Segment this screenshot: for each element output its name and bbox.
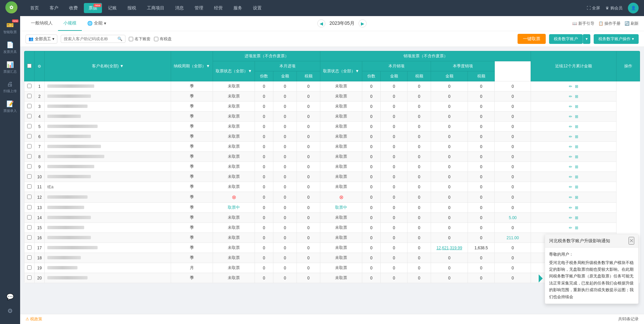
copy-btn-5[interactable]: ⊞ [575,124,578,129]
row-checkbox-9[interactable] [27,164,32,169]
employee-select[interactable]: 👥 全部员工 ▾ [25,35,57,44]
td-checkbox[interactable] [24,253,35,263]
edit-btn-5[interactable]: ✏ [569,124,572,129]
refresh-link[interactable]: 🔄 刷新 [625,21,639,26]
copy-btn-11[interactable]: ⊞ [575,185,578,189]
nav-operations[interactable]: 经营 [209,3,227,13]
td-checkbox[interactable] [24,263,35,273]
row-checkbox-12[interactable] [27,195,32,199]
edit-btn-10[interactable]: ✏ [569,175,572,179]
row-checkbox-19[interactable] [27,265,32,270]
copy-btn-4[interactable]: ⊞ [575,114,578,119]
row-checkbox-7[interactable] [27,144,32,148]
checkbox-has-tax-disk-input[interactable] [154,37,158,41]
td-checkbox[interactable] [24,152,35,162]
row-checkbox-3[interactable] [27,104,32,108]
nav-bookkeeping[interactable]: 记账 [103,3,121,13]
nav-services[interactable]: 服务 [229,3,247,13]
sidebar-item-chat[interactable]: 💬 [1,290,19,303]
row-checkbox-18[interactable] [27,255,32,260]
th-status-in[interactable]: 取票状态（全部）▼ [213,61,255,81]
settings-col-icon[interactable]: ⚙ [38,64,41,69]
checkbox-sub-account-input[interactable] [129,37,133,41]
tab-small-scale[interactable]: 小规模 [58,16,82,31]
td-checkbox[interactable] [24,203,35,213]
copy-btn-13[interactable]: ⊞ [575,205,578,210]
td-checkbox[interactable] [24,112,35,122]
copy-btn-9[interactable]: ⊞ [575,165,578,169]
row-checkbox-1[interactable] [27,84,32,88]
td-checkbox[interactable] [24,192,35,203]
tax-ops-btn[interactable]: 税务数字账户操作 ▾ [594,34,639,44]
row-checkbox-4[interactable] [27,114,32,118]
row-checkbox-20[interactable] [27,275,32,280]
edit-btn-9[interactable]: ✏ [569,165,572,169]
fullscreen-btn[interactable]: ⛶ 全屏 [587,5,600,11]
td-checkbox[interactable] [24,273,35,283]
notification-close-btn[interactable]: ✕ [629,237,634,245]
td-checkbox[interactable] [24,81,35,91]
tab-all[interactable]: 🌐 全能 ▾ [82,16,112,31]
row-checkbox-15[interactable] [27,225,32,230]
edit-btn-6[interactable]: ✏ [569,134,572,139]
edit-btn-8[interactable]: ✏ [569,154,572,159]
sidebar-item-smart-ticket[interactable]: new 🎫 智能取票 [1,19,19,37]
edit-btn-3[interactable]: ✏ [569,104,572,109]
td-checkbox[interactable] [24,102,35,112]
copy-btn-6[interactable]: ⊞ [575,134,578,139]
td-checkbox[interactable] [24,182,35,192]
td-checkbox[interactable] [24,91,35,102]
row-checkbox-13[interactable] [27,205,32,209]
copy-btn-7[interactable]: ⊞ [575,144,578,149]
td-checkbox[interactable] [24,223,35,233]
copy-btn-2[interactable]: ⊞ [575,94,578,99]
sidebar-item-scan[interactable]: 🖨 扫描上传 [1,78,19,96]
copy-btn-12[interactable]: ⊞ [575,195,578,200]
date-prev-btn[interactable]: ◀ [317,19,325,27]
td-checkbox[interactable] [24,233,35,243]
nav-business[interactable]: 工商项目 [142,3,169,13]
nav-messages[interactable]: 消息 [170,3,189,13]
nav-customers[interactable]: 客户 [45,3,63,13]
copy-btn-14[interactable]: ⊞ [575,215,578,220]
row-checkbox-11[interactable] [27,184,32,189]
td-checkbox[interactable] [24,213,35,223]
new-guide-link[interactable]: 📖 新手引导 [572,21,594,26]
nav-home[interactable]: 首页 [25,3,44,13]
avatar[interactable]: 👤 [628,3,639,13]
row-checkbox-17[interactable] [27,245,32,250]
td-checkbox[interactable] [24,132,35,142]
logo[interactable]: ✿ [5,1,19,15]
row-checkbox-8[interactable] [27,154,32,158]
sidebar-item-invoice[interactable]: 📄 发票开具 [1,39,19,57]
nav-tax[interactable]: 报税 [123,3,141,13]
tab-general-taxpayer[interactable]: 一般纳税人 [25,16,58,31]
row-checkbox-16[interactable] [27,235,32,240]
edit-btn-15[interactable]: ✏ [569,225,572,230]
row-checkbox-5[interactable] [27,124,32,128]
th-tax-period[interactable]: 纳税周期（全部）▼ [171,51,213,81]
row-checkbox-14[interactable] [27,215,32,219]
nav-tickets[interactable]: 票据 new [84,3,102,13]
nav-management[interactable]: 管理 [190,3,208,13]
td-checkbox[interactable] [24,162,35,172]
one-click-ticket-btn[interactable]: 一键取票 [518,34,546,44]
date-next-btn[interactable]: ▶ [359,19,367,27]
th-12month[interactable]: 近续12个月累计金额 [531,51,616,81]
td-checkbox[interactable] [24,142,35,152]
edit-btn-7[interactable]: ✏ [569,144,572,149]
row-checkbox-10[interactable] [27,174,32,179]
copy-btn-3[interactable]: ⊞ [575,104,578,109]
policy-link[interactable]: ⚠ 税政策 [25,316,42,322]
member-btn[interactable]: ♛ 购会员 [605,5,623,11]
row-checkbox-6[interactable] [27,134,32,138]
sidebar-item-summary[interactable]: 📊 票据汇总 [1,58,19,77]
tax-digital-btn[interactable]: 税务数字账户 [549,34,583,44]
copy-btn-1[interactable]: ⊞ [575,84,578,89]
nav-fees[interactable]: 收费 [64,3,83,13]
checkbox-sub-account[interactable]: 名下账套 [129,36,151,42]
edit-btn-12[interactable]: ✏ [569,195,572,200]
td-checkbox[interactable] [24,243,35,253]
tax-digital-dropdown-btn[interactable]: ▾ [583,34,590,44]
search-box[interactable]: 🔍 [61,35,125,43]
